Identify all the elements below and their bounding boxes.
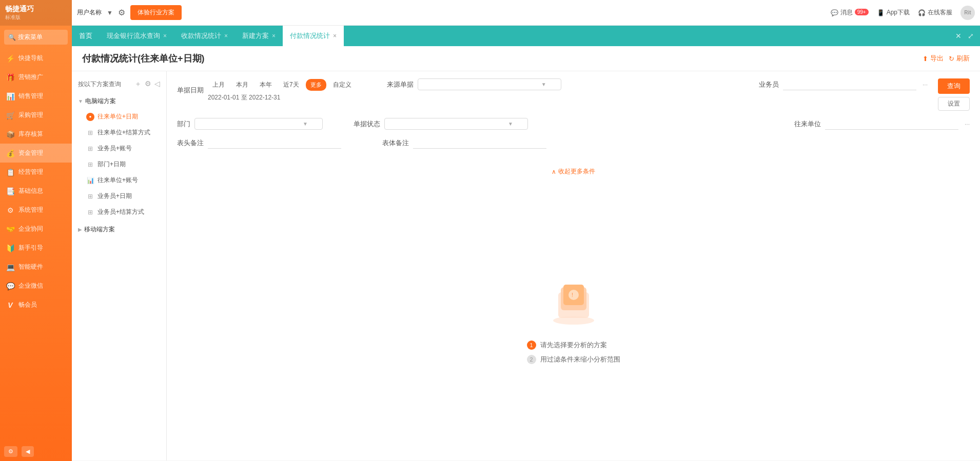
body-note-label: 表体备注 xyxy=(382,138,409,148)
body-note-input[interactable] xyxy=(413,137,546,149)
export-btn[interactable]: ⬆ 导出 xyxy=(923,54,944,63)
sidebar-item-operations[interactable]: 📋 经营管理 xyxy=(0,163,72,182)
filter-actions: 查询 设置 xyxy=(938,78,970,111)
filter-settings-btn[interactable]: 设置 xyxy=(938,97,970,111)
tab-payment-stats-close[interactable]: × xyxy=(333,32,337,39)
sidebar-settings-btn[interactable]: ⚙ xyxy=(4,446,17,457)
date-btn-7days[interactable]: 近7天 xyxy=(279,78,304,91)
tab-cash-bank-close[interactable]: × xyxy=(163,32,167,39)
scheme-item-unit-account[interactable]: 📊 往来单位+账号 xyxy=(72,172,166,188)
tab-new-scheme-close[interactable]: × xyxy=(272,32,276,39)
collapse-more-btn[interactable]: ∧ 收起更多条件 xyxy=(167,163,980,180)
sidebar-item-sales[interactable]: 📊 销售管理 xyxy=(0,87,72,106)
avatar-text: Rit xyxy=(964,10,971,15)
tip-text-2: 用过滤条件来缩小分析范围 xyxy=(540,355,620,364)
date-btn-custom[interactable]: 自定义 xyxy=(328,78,356,91)
avatar[interactable]: Rit xyxy=(961,6,975,20)
purchase-icon: 🛒 xyxy=(6,111,14,119)
right-content: 单据日期 上月 本月 本年 近7天 更多 自定义 20 xyxy=(167,71,980,460)
partner-dots[interactable]: ··· xyxy=(965,121,970,128)
scheme-item-staff-date[interactable]: ⊞ 业务员+日期 xyxy=(72,188,166,204)
export-icon: ⬆ xyxy=(923,55,928,63)
tab-window-btns: ✕ ⤢ xyxy=(949,26,980,46)
desktop-scheme-group-title[interactable]: ▼ 电脑端方案 xyxy=(72,94,166,109)
filter-source-doc: 来源单据 ▼ xyxy=(387,78,561,90)
messages-badge: 99+ xyxy=(855,9,869,15)
app-download-btn[interactable]: 📱 App下载 xyxy=(877,8,910,17)
mobile-scheme-group-title[interactable]: ▶ 移动端方案 xyxy=(72,222,166,237)
sidebar-item-marketing[interactable]: 🎁 营销推广 xyxy=(0,68,72,87)
header-settings-icon[interactable]: ⚙ xyxy=(118,8,125,17)
header-note-input[interactable] xyxy=(208,137,341,149)
sidebar-item-base-info[interactable]: 📑 基础信息 xyxy=(0,182,72,201)
empty-illustration: ! xyxy=(543,277,604,330)
sidebar-item-wechat[interactable]: 💬 企业微信 xyxy=(0,276,72,295)
collapse-panel-btn[interactable]: ◁ xyxy=(154,79,160,89)
filter-dept: 部门 ▼ xyxy=(177,118,323,130)
scheme-item-staff-account[interactable]: ⊞ 业务员+账号 xyxy=(72,141,166,156)
sidebar-item-cooperation[interactable]: 🤝 企业协同 xyxy=(0,219,72,238)
refresh-icon: ↻ xyxy=(949,55,954,63)
scheme-label: 往来单位+账号 xyxy=(97,176,138,185)
scheme-icon-unit-settle: ⊞ xyxy=(86,129,94,137)
date-btn-this-month[interactable]: 本月 xyxy=(231,78,253,91)
source-doc-select[interactable]: ▼ xyxy=(418,78,561,90)
marketing-icon: 🎁 xyxy=(6,73,14,82)
sidebar-item-label: 快捷导航 xyxy=(18,54,43,63)
scheme-item-dept-date[interactable]: ⊞ 部门+日期 xyxy=(72,156,166,172)
scheme-item-unit-date[interactable]: ● 往来单位+日期 xyxy=(72,109,166,125)
messages-btn[interactable]: 💬 消息 99+ xyxy=(831,8,869,17)
sidebar-search[interactable]: 🔍 搜索菜单 xyxy=(4,30,68,45)
scheme-item-staff-settle[interactable]: ⊞ 业务员+结算方式 xyxy=(72,204,166,220)
sidebar-item-finance[interactable]: 💰 资金管理 xyxy=(0,144,72,163)
staff-input[interactable] xyxy=(783,78,916,90)
sidebar-item-label: 新手引导 xyxy=(18,244,43,252)
query-btn[interactable]: 查询 xyxy=(938,78,970,94)
tab-cash-bank[interactable]: 现金银行流水查询 × xyxy=(100,26,174,46)
staff-dots[interactable]: ··· xyxy=(923,81,928,88)
trial-btn[interactable]: 体验行业方案 xyxy=(130,5,182,20)
sidebar-item-hardware[interactable]: 💻 智能硬件 xyxy=(0,257,72,276)
partner-input[interactable] xyxy=(825,118,958,130)
online-service-btn[interactable]: 🎧 在线客服 xyxy=(918,8,952,17)
refresh-btn[interactable]: ↻ 刷新 xyxy=(949,54,970,63)
sidebar-item-guide[interactable]: 🔰 新手引导 xyxy=(0,238,72,257)
scheme-label: 业务员+账号 xyxy=(97,144,132,153)
date-btn-this-year[interactable]: 本年 xyxy=(255,78,277,91)
sidebar-item-system[interactable]: ⚙ 系统管理 xyxy=(0,201,72,219)
sidebar-item-member[interactable]: V 畅会员 xyxy=(0,295,72,314)
scheme-item-unit-settle[interactable]: ⊞ 往来单位+结算方式 xyxy=(72,125,166,141)
sidebar-item-quick-nav[interactable]: ⚡ 快捷导航 xyxy=(0,49,72,68)
scheme-icon-staff-account: ⊞ xyxy=(86,145,94,153)
tab-new-scheme[interactable]: 新建方案 × xyxy=(235,26,283,46)
tab-home[interactable]: 首页 xyxy=(72,26,100,46)
tab-collection-stats[interactable]: 收款情况统计 × xyxy=(174,26,235,46)
tab-payment-stats[interactable]: 付款情况统计 × xyxy=(283,26,344,46)
sidebar-item-purchase[interactable]: 🛒 采购管理 xyxy=(0,106,72,125)
header-dropdown-btn[interactable]: ▼ xyxy=(107,9,113,16)
dept-select[interactable]: ▼ xyxy=(194,118,323,130)
filter-doc-date: 单据日期 上月 本月 本年 近7天 更多 自定义 20 xyxy=(177,78,356,102)
base-info-icon: 📑 xyxy=(6,187,14,195)
sidebar-collapse-btn[interactable]: ◀ xyxy=(22,446,34,457)
filter-row-3: 表头备注 表体备注 xyxy=(177,137,970,149)
scheme-settings-btn[interactable]: ⚙ xyxy=(145,79,151,89)
maximize-window-btn[interactable]: ⤢ xyxy=(966,31,976,41)
sidebar-item-inventory[interactable]: 📦 库存核算 xyxy=(0,125,72,144)
doc-status-select[interactable]: ▼ xyxy=(384,118,528,130)
messages-label: 消息 xyxy=(840,8,853,17)
date-btn-more[interactable]: 更多 xyxy=(306,79,326,91)
sidebar-item-label: 经营管理 xyxy=(18,168,43,176)
add-scheme-btn[interactable]: ＋ xyxy=(134,79,142,89)
doc-date-label: 单据日期 xyxy=(177,86,204,95)
scheme-icon-staff-settle: ⊞ xyxy=(86,208,94,216)
source-doc-label: 来源单据 xyxy=(387,80,414,89)
system-icon: ⚙ xyxy=(6,206,14,214)
sidebar-item-label: 企业微信 xyxy=(18,282,43,290)
tab-collection-stats-close[interactable]: × xyxy=(224,32,228,39)
close-window-btn[interactable]: ✕ xyxy=(953,31,964,41)
date-btn-last-month[interactable]: 上月 xyxy=(208,78,229,91)
empty-icon: ! xyxy=(543,277,604,328)
sidebar-item-label: 库存核算 xyxy=(18,130,43,138)
cooperation-icon: 🤝 xyxy=(6,225,14,233)
